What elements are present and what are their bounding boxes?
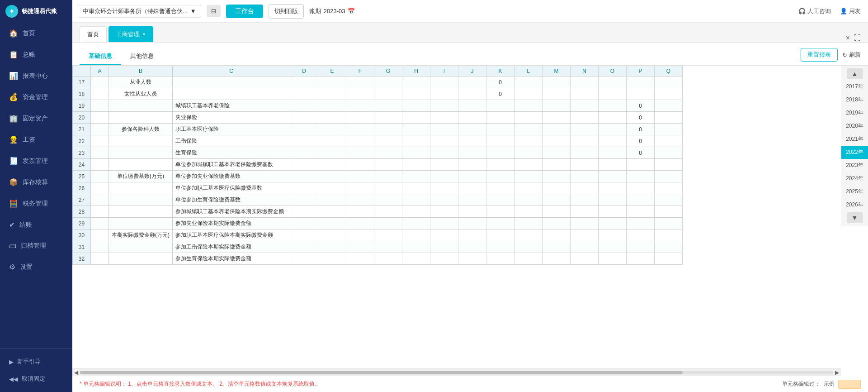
scroll-right-arrow[interactable]: ▶	[835, 369, 839, 376]
cell-31-d[interactable]	[290, 241, 318, 253]
cell-32-d[interactable]	[290, 253, 318, 265]
year-item-2025[interactable]: 2025年	[841, 185, 868, 198]
year-item-2026[interactable]: 2026年	[841, 198, 868, 211]
cell-25-o[interactable]	[599, 171, 627, 182]
cell-26-g[interactable]	[374, 182, 402, 194]
cell-23-a[interactable]	[91, 147, 109, 159]
cell-27-f[interactable]	[346, 194, 374, 206]
cell-25-i[interactable]	[430, 171, 458, 182]
consulting-item[interactable]: 🎧 人工咨询	[798, 7, 831, 15]
cell-22-a[interactable]	[91, 135, 109, 147]
cell-20-a[interactable]	[91, 112, 109, 124]
cell-20-e[interactable]	[318, 112, 346, 124]
tab-commerce[interactable]: 工商管理 ×	[108, 26, 153, 42]
window-close-button[interactable]: ×	[846, 34, 850, 42]
cell-19-q[interactable]	[655, 100, 683, 112]
cell-19-o[interactable]	[599, 100, 627, 112]
year-nav-down[interactable]: ▼	[847, 212, 863, 223]
cell-17-d[interactable]	[290, 76, 318, 88]
cell-30-b[interactable]: 本期实际缴费金额(万元)	[109, 229, 173, 241]
cell-24-k[interactable]	[486, 159, 514, 171]
cell-17-b[interactable]: 从业人数	[109, 76, 173, 88]
cell-23-i[interactable]	[430, 147, 458, 159]
cell-28-i[interactable]	[430, 206, 458, 218]
cell-27-h[interactable]	[402, 194, 430, 206]
cell-17-k[interactable]: 0	[486, 76, 514, 88]
cell-29-l[interactable]	[514, 218, 542, 229]
cell-30-o[interactable]	[599, 229, 627, 241]
cell-22-k[interactable]	[486, 135, 514, 147]
cell-25-f[interactable]	[346, 171, 374, 182]
cell-22-l[interactable]	[514, 135, 542, 147]
cell-26-j[interactable]	[458, 182, 486, 194]
cell-28-f[interactable]	[346, 206, 374, 218]
cell-32-c[interactable]: 参加生育保险本期实际缴费金额	[173, 253, 290, 265]
cell-29-a[interactable]	[91, 218, 109, 229]
cell-29-o[interactable]	[599, 218, 627, 229]
cell-26-i[interactable]	[430, 182, 458, 194]
cell-32-l[interactable]	[514, 253, 542, 265]
cell-32-f[interactable]	[346, 253, 374, 265]
sidebar-item-settings[interactable]: ⚙ 设置	[0, 256, 72, 277]
year-item-2017[interactable]: 2017年	[841, 80, 868, 93]
cell-21-o[interactable]	[599, 124, 627, 135]
cell-29-k[interactable]	[486, 218, 514, 229]
cell-25-n[interactable]	[571, 171, 599, 182]
cell-23-q[interactable]	[655, 147, 683, 159]
cell-21-i[interactable]	[430, 124, 458, 135]
cell-26-f[interactable]	[346, 182, 374, 194]
workbench-button[interactable]: 工作台	[226, 5, 263, 18]
cell-24-q[interactable]	[655, 159, 683, 171]
cell-25-q[interactable]	[655, 171, 683, 182]
cell-31-k[interactable]	[486, 241, 514, 253]
cell-29-i[interactable]	[430, 218, 458, 229]
cell-31-q[interactable]	[655, 241, 683, 253]
cell-19-d[interactable]	[290, 100, 318, 112]
sidebar-item-inventory[interactable]: 📦 库存核算	[0, 172, 72, 193]
cell-21-g[interactable]	[374, 124, 402, 135]
cell-19-e[interactable]	[318, 100, 346, 112]
cell-23-p[interactable]: 0	[627, 147, 655, 159]
cell-20-d[interactable]	[290, 112, 318, 124]
cell-23-c[interactable]: 生育保险	[173, 147, 290, 159]
cell-17-g[interactable]	[374, 76, 402, 88]
cell-19-l[interactable]	[514, 100, 542, 112]
cell-25-p[interactable]	[627, 171, 655, 182]
cell-27-o[interactable]	[599, 194, 627, 206]
sidebar-item-general-ledger[interactable]: 📋 总账	[0, 44, 72, 65]
cell-22-h[interactable]	[402, 135, 430, 147]
cell-25-d[interactable]	[290, 171, 318, 182]
cell-32-h[interactable]	[402, 253, 430, 265]
cell-17-e[interactable]	[318, 76, 346, 88]
cell-20-n[interactable]	[571, 112, 599, 124]
cell-27-p[interactable]	[627, 194, 655, 206]
cell-24-e[interactable]	[318, 159, 346, 171]
cell-26-h[interactable]	[402, 182, 430, 194]
cell-21-c[interactable]: 职工基本医疗保险	[173, 124, 290, 135]
new-guide-item[interactable]: ▶ 新手引导	[0, 353, 72, 370]
cell-21-j[interactable]	[458, 124, 486, 135]
cell-17-a[interactable]	[91, 76, 109, 88]
cell-24-d[interactable]	[290, 159, 318, 171]
cell-26-c[interactable]: 单位参加职工基本医疗保险缴费基数	[173, 182, 290, 194]
cell-18-l[interactable]	[514, 88, 542, 100]
cell-31-i[interactable]	[430, 241, 458, 253]
cell-27-l[interactable]	[514, 194, 542, 206]
cell-27-g[interactable]	[374, 194, 402, 206]
year-item-2023[interactable]: 2023年	[841, 159, 868, 172]
cell-22-j[interactable]	[458, 135, 486, 147]
cell-17-l[interactable]	[514, 76, 542, 88]
sidebar-item-archive[interactable]: 🗃 归档管理	[0, 235, 72, 256]
cell-29-p[interactable]	[627, 218, 655, 229]
cell-23-n[interactable]	[571, 147, 599, 159]
cell-24-b[interactable]	[109, 159, 173, 171]
cell-19-p[interactable]: 0	[627, 100, 655, 112]
cell-23-j[interactable]	[458, 147, 486, 159]
cell-25-e[interactable]	[318, 171, 346, 182]
cell-30-n[interactable]	[571, 229, 599, 241]
cell-27-b[interactable]	[109, 194, 173, 206]
cell-22-o[interactable]	[599, 135, 627, 147]
cell-17-p[interactable]	[627, 76, 655, 88]
cell-28-b[interactable]	[109, 206, 173, 218]
cell-25-j[interactable]	[458, 171, 486, 182]
